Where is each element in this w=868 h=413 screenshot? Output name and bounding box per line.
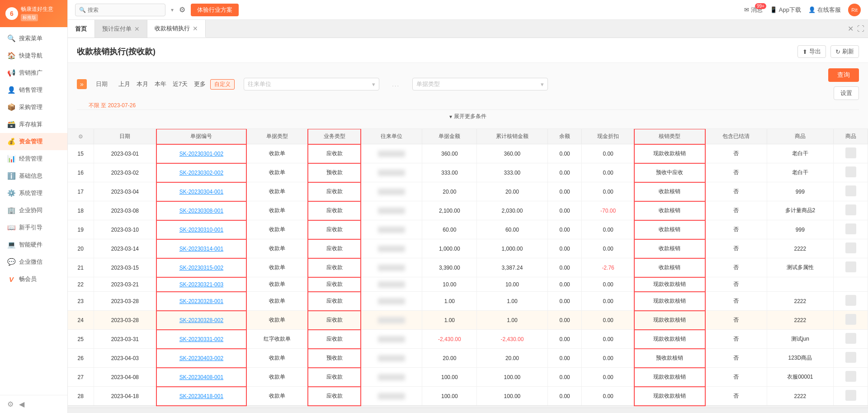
tab-pre-apply[interactable]: 预计应付单 ✕ [95, 20, 147, 38]
col-header-settings[interactable]: ⚙ [68, 129, 94, 144]
export-button[interactable]: ⬆ 导出 [797, 45, 826, 58]
bill-no-link[interactable]: SK-20230304-001 [179, 189, 223, 195]
bill-no-link[interactable]: SK-20230331-002 [179, 336, 223, 342]
sidebar-item-enterprise[interactable]: 🏢 企业协同 [0, 202, 67, 219]
sidebar-item-wechat[interactable]: 💬 企业微信 [0, 253, 67, 271]
cell-bill-no[interactable]: SK-20230304-001 [156, 182, 246, 201]
message-button[interactable]: ✉ 消息 99+ [744, 6, 763, 14]
sales-icon: 👤 [7, 86, 15, 94]
unit-blurred [378, 355, 405, 361]
bill-no-link[interactable]: SK-20230310-001 [179, 227, 223, 233]
cell-bill-no[interactable]: SK-20230310-001 [156, 220, 246, 239]
bill-no-link[interactable]: SK-20230418-001 [179, 393, 223, 399]
cell-bill-no[interactable]: SK-20230408-001 [156, 368, 246, 387]
topbar: 🔍 ▾ ⚙ 体验行业方案 ✉ 消息 99+ 📱 App下载 👤 在线客服 Rit [68, 0, 868, 20]
cell-bill-amount: 100.00 [422, 387, 477, 406]
sidebar-item-member[interactable]: V 畅会员 [0, 271, 67, 288]
sidebar-item-operation[interactable]: 📊 经营管理 [0, 150, 67, 167]
bill-no-link[interactable]: SK-20230302-002 [179, 170, 223, 176]
refresh-button[interactable]: ↻ 刷新 [830, 45, 859, 58]
tab-pre-apply-close[interactable]: ✕ [134, 25, 140, 33]
bill-no-link[interactable]: SK-20230403-002 [179, 355, 223, 361]
bill-no-link[interactable]: SK-20230328-002 [179, 317, 223, 323]
expand-filter-button[interactable]: ▾ 展开更多条件 [77, 109, 859, 123]
cell-include-settled: 否 [705, 201, 767, 220]
sidebar-item-finance[interactable]: 💰 资金管理 [0, 133, 67, 150]
cell-bill-type: 收款单 [246, 163, 308, 182]
search-menu-icon: 🔍 [7, 34, 15, 43]
setting-button[interactable]: 设置 [834, 86, 859, 100]
sidebar-item-inventory-label: 库存核算 [19, 120, 42, 128]
app-download-button[interactable]: 📱 App下载 [770, 6, 801, 14]
enterprise-icon: 🏢 [7, 206, 15, 214]
sidebar-item-marketing[interactable]: 📢 营销推广 [0, 64, 67, 81]
cell-date: 2023-03-10 [94, 220, 156, 239]
cell-goods: 多计量商品2 [767, 201, 834, 220]
bill-no-link[interactable]: SK-20230328-001 [179, 298, 223, 304]
sidebar-item-basic[interactable]: ℹ️ 基础信息 [0, 167, 67, 185]
collapse-icon[interactable]: ◀ [19, 400, 24, 408]
custom-date-btn[interactable]: 自定义 [210, 79, 235, 90]
sidebar-item-inventory[interactable]: 🗃️ 库存核算 [0, 116, 67, 133]
cell-bill-no[interactable]: SK-20230301-002 [156, 144, 246, 163]
sidebar-item-search[interactable]: 🔍 搜索菜单 [0, 30, 67, 47]
settings-icon[interactable]: ⚙ [7, 400, 14, 408]
cell-date: 2023-03-02 [94, 163, 156, 182]
cell-bill-amount: 333.00 [422, 163, 477, 182]
bill-no-link[interactable]: SK-20230314-001 [179, 246, 223, 252]
cell-bill-no[interactable]: SK-20230315-002 [156, 258, 246, 277]
tab-receipt-exec-close[interactable]: ✕ [193, 25, 198, 32]
more-date-btn[interactable]: 更多 [192, 79, 208, 89]
bill-no-link[interactable]: SK-20230315-002 [179, 265, 223, 271]
bill-type-filter[interactable]: 单据类型 ▾ [412, 78, 548, 90]
filter-toggle-button[interactable]: » [77, 79, 87, 89]
topbar-search-box[interactable]: 🔍 [75, 4, 165, 16]
sidebar-item-guide[interactable]: 📖 新手引导 [0, 219, 67, 236]
col-header-bill-type: 单据类型 [246, 129, 308, 144]
topbar-dropdown-arrow[interactable]: ▾ [171, 7, 174, 13]
table-scroll-track [68, 408, 868, 413]
cell-bill-no[interactable]: SK-20230321-003 [156, 277, 246, 292]
tab-home[interactable]: 首页 [68, 20, 95, 38]
cell-bill-no[interactable]: SK-20230328-001 [156, 292, 246, 311]
bill-no-link[interactable]: SK-20230308-001 [179, 208, 223, 214]
sidebar-item-quick-nav[interactable]: 🏠 快捷导航 [0, 47, 67, 64]
cell-cum-amount: -2,430.00 [477, 330, 548, 349]
cell-cash-discount: -70.00 [582, 201, 634, 220]
bill-no-link[interactable]: SK-20230408-001 [179, 374, 223, 380]
user-avatar[interactable]: Rit [848, 4, 861, 16]
close-tab-icon[interactable]: ✕ [848, 24, 854, 33]
cell-bill-no[interactable]: SK-20230308-001 [156, 201, 246, 220]
sidebar-item-hardware[interactable]: 💻 智能硬件 [0, 236, 67, 253]
sidebar-item-operation-label: 经营管理 [19, 155, 42, 163]
bill-no-link[interactable]: SK-20230321-003 [179, 281, 223, 288]
bill-no-link[interactable]: SK-20230301-002 [179, 151, 223, 157]
cell-bill-no[interactable]: SK-20230331-002 [156, 330, 246, 349]
table-row: 24 2023-03-28 SK-20230328-002 收款单 应收款 1.… [68, 311, 868, 330]
topbar-search-input[interactable] [88, 7, 142, 13]
query-button[interactable]: 查询 [828, 68, 859, 82]
last-month-btn[interactable]: 上月 [117, 79, 132, 89]
content-header: 收款核销执行(按收款) ⬆ 导出 ↻ 刷新 [68, 38, 868, 63]
solution-button[interactable]: 体验行业方案 [191, 4, 239, 16]
cell-bill-no[interactable]: SK-20230403-002 [156, 349, 246, 368]
this-month-btn[interactable]: 本月 [135, 79, 150, 89]
this-year-btn[interactable]: 本年 [153, 79, 168, 89]
online-service-button[interactable]: 👤 在线客服 [808, 6, 841, 14]
topbar-gear-icon[interactable]: ⚙ [179, 5, 185, 14]
sidebar-item-sales[interactable]: 👤 销售管理 [0, 81, 67, 99]
sidebar-item-system[interactable]: ⚙️ 系统管理 [0, 185, 67, 202]
table-wrapper[interactable]: ⚙ 日期 单据编号 单据类型 业务类型 往来单位 单据金额 累计核销金额 余额 … [68, 129, 868, 408]
bill-type-placeholder: 单据类型 [416, 80, 440, 88]
unit-blurred [378, 189, 405, 195]
cell-bill-no[interactable]: SK-20230418-001 [156, 387, 246, 406]
unit-filter[interactable]: 往来单位 ▾ [244, 78, 379, 90]
cell-unit [361, 220, 422, 239]
cell-bill-no[interactable]: SK-20230314-001 [156, 239, 246, 258]
last-7-days-btn[interactable]: 近7天 [171, 79, 189, 89]
cell-bill-no[interactable]: SK-20230302-002 [156, 163, 246, 182]
expand-tab-icon[interactable]: ⛶ [857, 25, 864, 33]
tab-receipt-exec[interactable]: 收款核销执行 ✕ [147, 20, 206, 38]
cell-bill-no[interactable]: SK-20230328-002 [156, 311, 246, 330]
sidebar-item-purchase[interactable]: 📦 采购管理 [0, 99, 67, 116]
